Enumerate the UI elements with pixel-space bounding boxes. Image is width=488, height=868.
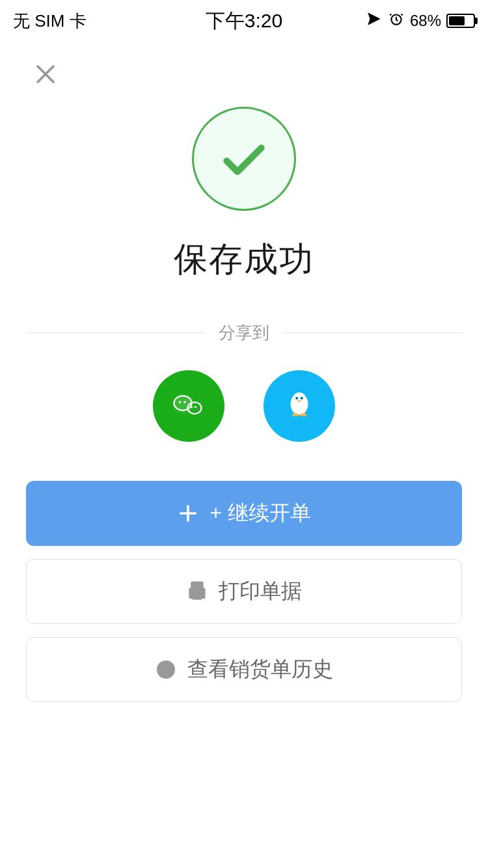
battery-icon <box>446 14 475 28</box>
history-label: 查看销货单历史 <box>187 655 333 684</box>
success-title: 保存成功 <box>174 237 314 282</box>
svg-point-30 <box>201 591 203 593</box>
svg-rect-29 <box>193 594 202 600</box>
status-right: 68% <box>366 10 475 31</box>
location-icon <box>366 10 383 31</box>
main-content: 保存成功 分享到 <box>0 42 488 728</box>
history-button[interactable]: 查看销货单历史 <box>26 637 462 702</box>
status-time: 下午3:20 <box>206 8 282 34</box>
success-icon-circle <box>192 107 296 211</box>
wechat-share-button[interactable] <box>153 370 224 442</box>
svg-marker-1 <box>368 12 381 25</box>
svg-point-24 <box>295 401 305 413</box>
svg-point-20 <box>301 398 303 399</box>
svg-point-22 <box>292 413 299 416</box>
status-left: 无 SIM 卡 <box>13 10 92 33</box>
print-label: 打印单据 <box>219 577 302 606</box>
divider-line-right <box>282 332 462 333</box>
share-divider: 分享到 <box>26 321 462 344</box>
continue-button[interactable]: + 继续开单 <box>26 481 462 546</box>
carrier-text: 无 SIM 卡 <box>13 10 87 33</box>
share-icons-container <box>153 370 335 442</box>
battery-percent: 68% <box>410 12 441 30</box>
divider-line-left <box>26 332 206 333</box>
svg-rect-27 <box>192 582 203 589</box>
alarm-icon <box>388 10 405 31</box>
svg-point-11 <box>183 401 186 403</box>
svg-point-19 <box>296 398 297 399</box>
share-label: 分享到 <box>219 321 269 344</box>
svg-point-23 <box>300 413 307 416</box>
action-buttons: + 继续开单 打印单据 查看销货单历史 <box>26 481 462 702</box>
print-button[interactable]: 打印单据 <box>26 559 462 624</box>
svg-point-10 <box>179 401 182 403</box>
close-button[interactable] <box>26 55 65 94</box>
qq-share-button[interactable] <box>264 370 335 442</box>
status-bar: 无 SIM 卡 下午3:20 68% <box>0 0 488 42</box>
svg-point-13 <box>195 406 197 408</box>
svg-point-12 <box>191 406 193 408</box>
continue-label: + 继续开单 <box>210 499 311 528</box>
